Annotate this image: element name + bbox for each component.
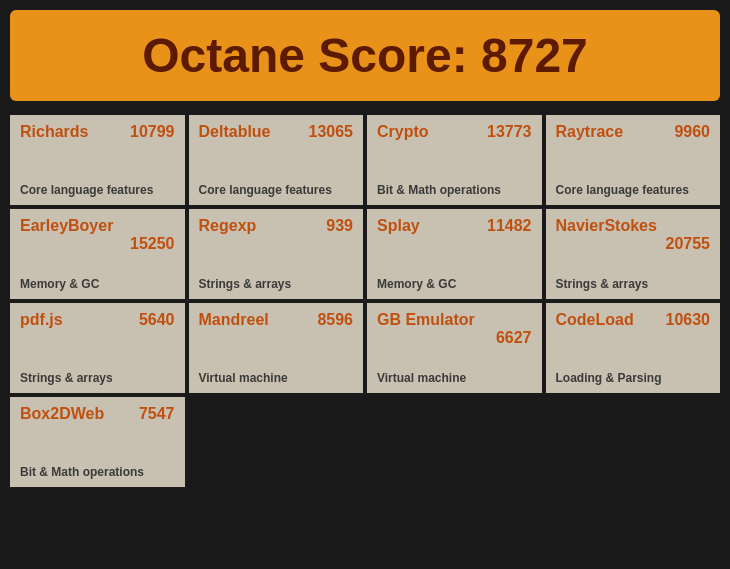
card-category: Core language features [199, 183, 354, 197]
benchmark-card: Box2DWeb 7547 Bit & Math operations [10, 397, 185, 487]
octane-score-title: Octane Score: 8727 [30, 28, 700, 83]
card-name: Mandreel [199, 311, 269, 329]
card-name: NavierStokes [556, 217, 711, 235]
card-score: 13065 [309, 123, 354, 141]
card-category: Memory & GC [20, 277, 175, 291]
card-name: pdf.js [20, 311, 63, 329]
benchmark-card: GB Emulator 6627 Virtual machine [367, 303, 542, 393]
card-category: Strings & arrays [556, 277, 711, 291]
card-category: Strings & arrays [199, 277, 354, 291]
card-header: Richards 10799 [20, 123, 175, 141]
card-name: Regexp [199, 217, 257, 235]
card-header: CodeLoad 10630 [556, 311, 711, 329]
card-category: Bit & Math operations [20, 465, 175, 479]
card-category: Core language features [20, 183, 175, 197]
benchmarks-grid: Richards 10799 Core language features De… [0, 111, 730, 491]
card-category: Loading & Parsing [556, 371, 711, 385]
card-name: CodeLoad [556, 311, 634, 329]
card-name: Box2DWeb [20, 405, 104, 423]
card-score: 939 [326, 217, 353, 235]
card-score: 11482 [487, 217, 532, 235]
card-category: Virtual machine [377, 371, 532, 385]
benchmark-card: pdf.js 5640 Strings & arrays [10, 303, 185, 393]
card-name: Splay [377, 217, 420, 235]
card-header: NavierStokes 20755 [556, 217, 711, 253]
card-header: Raytrace 9960 [556, 123, 711, 141]
octane-score-banner: Octane Score: 8727 [10, 10, 720, 101]
benchmark-card: Raytrace 9960 Core language features [546, 115, 721, 205]
card-score: 5640 [139, 311, 175, 329]
empty-cell [189, 397, 364, 487]
card-header: Mandreel 8596 [199, 311, 354, 329]
card-header: Splay 11482 [377, 217, 532, 235]
card-header: Regexp 939 [199, 217, 354, 235]
card-score: 10799 [130, 123, 175, 141]
card-header: GB Emulator 6627 [377, 311, 532, 347]
benchmark-card: EarleyBoyer 15250 Memory & GC [10, 209, 185, 299]
card-score: 6627 [377, 329, 532, 347]
benchmark-card: NavierStokes 20755 Strings & arrays [546, 209, 721, 299]
card-score: 7547 [139, 405, 175, 423]
card-header: Box2DWeb 7547 [20, 405, 175, 423]
card-score: 20755 [556, 235, 711, 253]
card-name: GB Emulator [377, 311, 532, 329]
card-header: Crypto 13773 [377, 123, 532, 141]
card-score: 10630 [666, 311, 711, 329]
card-score: 9960 [674, 123, 710, 141]
card-name: Crypto [377, 123, 429, 141]
card-header: Deltablue 13065 [199, 123, 354, 141]
benchmark-card: Deltablue 13065 Core language features [189, 115, 364, 205]
card-category: Memory & GC [377, 277, 532, 291]
card-header: pdf.js 5640 [20, 311, 175, 329]
empty-cell [367, 397, 542, 487]
benchmark-card: Regexp 939 Strings & arrays [189, 209, 364, 299]
card-name: Deltablue [199, 123, 271, 141]
card-score: 13773 [487, 123, 532, 141]
card-header: EarleyBoyer 15250 [20, 217, 175, 253]
card-name: EarleyBoyer [20, 217, 175, 235]
card-name: Raytrace [556, 123, 624, 141]
card-category: Virtual machine [199, 371, 354, 385]
card-category: Core language features [556, 183, 711, 197]
card-category: Bit & Math operations [377, 183, 532, 197]
card-score: 8596 [317, 311, 353, 329]
card-category: Strings & arrays [20, 371, 175, 385]
benchmark-card: Crypto 13773 Bit & Math operations [367, 115, 542, 205]
benchmark-card: Mandreel 8596 Virtual machine [189, 303, 364, 393]
benchmark-card: Richards 10799 Core language features [10, 115, 185, 205]
benchmark-card: CodeLoad 10630 Loading & Parsing [546, 303, 721, 393]
empty-cell [546, 397, 721, 487]
card-name: Richards [20, 123, 88, 141]
benchmark-card: Splay 11482 Memory & GC [367, 209, 542, 299]
header-section: Octane Score: 8727 [0, 10, 730, 101]
card-score: 15250 [20, 235, 175, 253]
